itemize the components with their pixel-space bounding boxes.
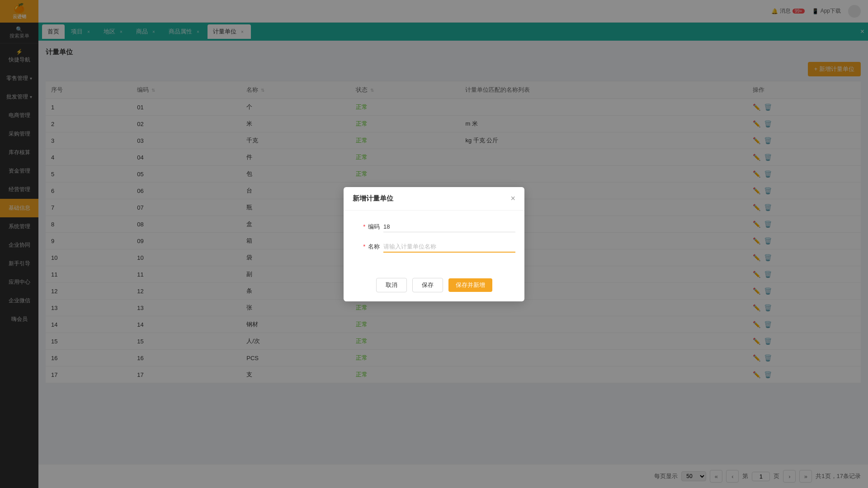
modal-title: 新增计量单位 (353, 194, 393, 203)
save-button[interactable]: 保存 (412, 278, 443, 292)
modal-overlay: 新增计量单位 × * 编码 * 名称 取消 保存 保存并新增 (0, 0, 868, 488)
modal-body: * 编码 * 名称 (344, 211, 524, 272)
name-input[interactable] (383, 241, 515, 253)
modal-footer: 取消 保存 保存并新增 (344, 272, 524, 301)
modal-header: 新增计量单位 × (344, 187, 524, 211)
form-item-name: * 名称 (353, 241, 515, 253)
add-unit-modal: 新增计量单位 × * 编码 * 名称 取消 保存 保存并新增 (344, 187, 524, 301)
save-add-button[interactable]: 保存并新增 (448, 278, 492, 292)
code-input[interactable] (383, 221, 515, 232)
modal-close-button[interactable]: × (510, 194, 515, 202)
cancel-button[interactable]: 取消 (376, 278, 407, 292)
name-label: * 名称 (353, 243, 380, 251)
code-label: * 编码 (353, 223, 380, 231)
form-item-code: * 编码 (353, 221, 515, 232)
